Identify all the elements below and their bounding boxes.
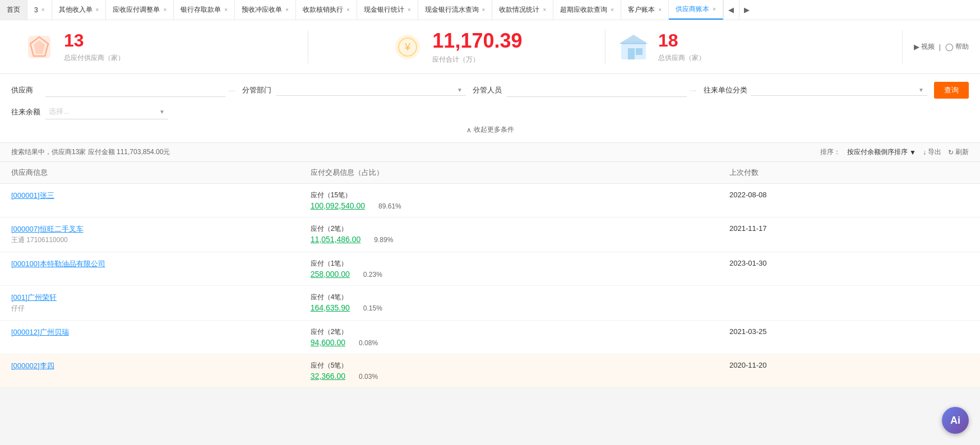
nav-prev-arrow[interactable]: ◀	[723, 0, 739, 20]
video-icon: ▶	[914, 43, 919, 51]
col-header-lastpay: 上次付数	[729, 168, 969, 178]
stat-number-total-suppliers: 18	[658, 31, 705, 50]
trans-label-0: 应付（15笔）	[311, 191, 729, 200]
nav-tab-receipt-stat[interactable]: 收款情况统计 ×	[492, 0, 553, 20]
trans-percent-1: 9.89%	[374, 236, 393, 244]
nav-tab-cash-bank-flow-close[interactable]: ×	[482, 7, 486, 13]
trans-amount-4[interactable]: 94,600.00	[311, 338, 345, 347]
supplier-link-0[interactable]: [000001]张三	[11, 191, 54, 200]
supplier-info-3: [001]广州荣轩 仔仔	[11, 293, 311, 313]
nav-tab-bank-deposit[interactable]: 银行存取款单 ×	[174, 0, 235, 20]
svg-rect-7	[628, 48, 635, 59]
supplier-link-4[interactable]: [000012]广州贝瑞	[11, 328, 69, 336]
trans-label-2: 应付（1笔）	[311, 259, 729, 268]
nav-tab-other-income[interactable]: 其他收入单 ×	[52, 0, 107, 20]
filter-balance: 往来余额 选择... ▼	[11, 104, 168, 119]
table-row: [000007]恒旺二手叉车 王通 17106110000 应付（2笔） 11,…	[0, 217, 980, 252]
nav-tab-ar-ap-adjust[interactable]: 应收应付调整单 ×	[106, 0, 174, 20]
supplier-table: 供应商信息 应付交易信息（占比） 上次付数 [000001]张三 应付（15笔）…	[0, 162, 980, 388]
trans-percent-4: 0.08%	[359, 339, 378, 347]
stat-label-total-suppliers: 总供应商（家）	[658, 53, 705, 63]
nav-tab-3-close[interactable]: ×	[41, 7, 45, 13]
last-pay-5: 2020-11-20	[729, 361, 969, 369]
export-button[interactable]: ↓ 导出	[923, 147, 941, 157]
filter-balance-placeholder: 选择...	[49, 106, 70, 117]
nav-tab-supplier-book[interactable]: 供应商账本 ×	[669, 0, 723, 20]
trans-amount-3[interactable]: 164,635.90	[311, 303, 350, 312]
filter-row-1: 供应商 ··· 分管部门 ▼ 分管人员 ··· 往来单位分类 ▼ 查询	[11, 82, 969, 99]
nav-tab-receipt-verify[interactable]: 收款核销执行 ×	[296, 0, 357, 20]
stat-info-total-suppliers: 18 总供应商（家）	[658, 31, 705, 62]
stat-label-total-ap: 应付合计（万）	[432, 55, 522, 64]
nav-tab-customer-book-close[interactable]: ×	[658, 7, 662, 13]
nav-tab-cash-bank-stat[interactable]: 现金银行统计 ×	[357, 0, 418, 20]
nav-tab-other-income-close[interactable]: ×	[96, 7, 99, 13]
nav-tab-receipt-stat-close[interactable]: ×	[543, 7, 546, 13]
nav-tab-bank-deposit-close[interactable]: ×	[224, 7, 228, 13]
stat-number-total-ap: 11,170.39	[432, 29, 522, 53]
filter-category-label: 往来单位分类	[704, 85, 747, 95]
filter-person-input[interactable]	[507, 84, 687, 97]
nav-tab-overdue-ar-label: 超期应收款查询	[560, 5, 607, 15]
result-summary: 搜索结果中，供应商13家 应付金额 111,703,854.00元	[11, 147, 170, 157]
transaction-info-2: 应付（1笔） 258,000.00 0.23%	[311, 259, 729, 279]
filter-department-chevron: ▼	[457, 87, 463, 93]
last-pay-date-1: 2021-11-17	[729, 224, 767, 233]
nav-tab-ar-ap-adjust-close[interactable]: ×	[163, 7, 167, 13]
help-link[interactable]: ◯ 帮助	[945, 42, 969, 52]
filter-supplier-input[interactable]	[45, 84, 225, 97]
svg-text:¥: ¥	[404, 41, 411, 53]
filter-supplier-more[interactable]: ···	[229, 86, 235, 95]
filter-category: 往来单位分类 ▼	[704, 85, 928, 96]
refresh-button[interactable]: ↻ 刷新	[948, 147, 969, 157]
nav-tab-cash-bank-stat-close[interactable]: ×	[408, 7, 411, 13]
stat-icon-diamond	[22, 30, 56, 64]
nav-tab-cash-bank-flow[interactable]: 现金银行流水查询 ×	[418, 0, 493, 20]
nav-tab-advance-collect[interactable]: 预收冲应收单 ×	[235, 0, 296, 20]
filter-department-select[interactable]: ▼	[276, 85, 466, 96]
supplier-link-3[interactable]: [001]广州荣轩	[11, 293, 57, 302]
video-link[interactable]: ▶ 视频	[914, 42, 935, 52]
table-row: [000001]张三 应付（15笔） 100,092,540.00 89.61%…	[0, 184, 980, 217]
nav-tab-3[interactable]: 3 ×	[27, 0, 52, 20]
filter-balance-select[interactable]: 选择... ▼	[45, 104, 168, 119]
supplier-link-1[interactable]: [000007]恒旺二手叉车	[11, 225, 84, 233]
table-row: [001]广州荣轩 仔仔 应付（4笔） 164,635.90 0.15%	[0, 286, 980, 321]
trans-amount-2[interactable]: 258,000.00	[311, 270, 350, 279]
supplier-link-5[interactable]: [000002]李四	[11, 361, 54, 370]
trans-row-5: 32,366.00 0.03%	[311, 370, 729, 381]
nav-tab-customer-book[interactable]: 客户账本 ×	[621, 0, 669, 20]
last-pay-1: 2021-11-17	[729, 224, 969, 233]
nav-tab-supplier-book-close[interactable]: ×	[713, 6, 716, 12]
export-icon: ↓	[923, 149, 926, 156]
trans-percent-5: 0.03%	[359, 373, 378, 381]
sort-select[interactable]: 按应付余额倒序排序 ▼	[847, 147, 916, 157]
result-summary-text: 搜索结果中，供应商13家 应付金额 111,703,854.00元	[11, 147, 170, 157]
nav-tab-3-label: 3	[34, 6, 38, 14]
supplier-sub-1: 王通 17106110000	[11, 235, 311, 245]
nav-tab-overdue-ar-close[interactable]: ×	[611, 7, 614, 13]
trans-amount-5[interactable]: 32,366.00	[311, 372, 345, 381]
supplier-info-2: [000100]本特勒油品有限公司	[11, 259, 311, 269]
nav-tab-advance-collect-close[interactable]: ×	[285, 7, 289, 13]
nav-tab-overdue-ar[interactable]: 超期应收款查询 ×	[553, 0, 621, 20]
filter-category-select[interactable]: ▼	[751, 85, 928, 96]
supplier-link-2[interactable]: [000100]本特勒油品有限公司	[11, 259, 105, 268]
trans-label-4: 应付（2笔）	[311, 327, 729, 337]
nav-tab-home[interactable]: 首页	[0, 0, 27, 20]
stat-card-suppliers-owed: 13 总应付供应商（家）	[11, 30, 308, 64]
nav-tab-customer-book-label: 客户账本	[628, 5, 655, 15]
trans-amount-1[interactable]: 11,051,486.00	[311, 235, 361, 244]
nav-tab-receipt-verify-close[interactable]: ×	[346, 7, 350, 13]
trans-amount-0[interactable]: 100,092,540.00	[311, 201, 365, 210]
table-row: [000100]本特勒油品有限公司 应付（1笔） 258,000.00 0.23…	[0, 252, 980, 286]
nav-next-arrow[interactable]: ▶	[739, 0, 755, 20]
result-bar: 搜索结果中，供应商13家 应付金额 111,703,854.00元 排序： 按应…	[0, 143, 980, 162]
nav-tab-bank-deposit-label: 银行存取款单	[181, 5, 221, 15]
query-button[interactable]: 查询	[934, 82, 969, 99]
filter-person-more[interactable]: ···	[690, 86, 697, 95]
collapse-button[interactable]: ∧ 收起更多条件	[11, 125, 969, 135]
filter-balance-label: 往来余额	[11, 107, 42, 117]
sort-value: 按应付余额倒序排序	[847, 147, 908, 157]
trans-label-3: 应付（4笔）	[311, 293, 729, 302]
